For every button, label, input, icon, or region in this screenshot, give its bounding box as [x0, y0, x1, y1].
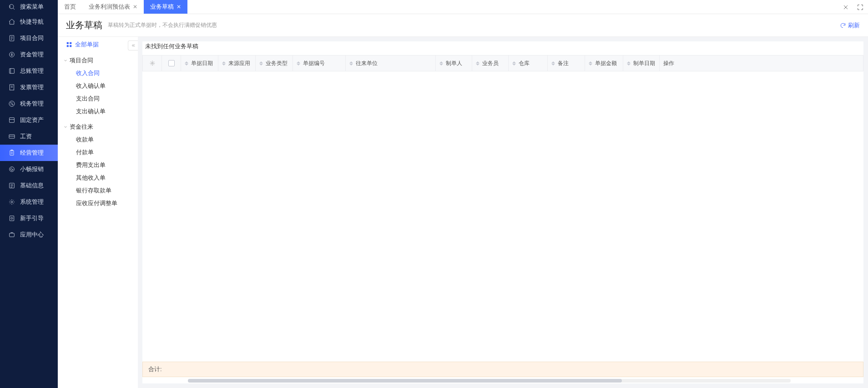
col-date[interactable]: 单据日期	[181, 55, 218, 71]
tree-group-1[interactable]: 资金往来	[63, 121, 138, 133]
col-label: 仓库	[519, 60, 530, 67]
gear-icon	[8, 198, 15, 206]
col-label: 业务类型	[266, 60, 288, 67]
file-icon	[8, 35, 15, 42]
tab-draft[interactable]: 业务草稿✕	[144, 0, 187, 14]
svg-rect-2	[10, 69, 15, 74]
col-check[interactable]	[161, 55, 181, 71]
tab-label: 首页	[64, 3, 76, 11]
sort-icon	[589, 60, 592, 67]
sidebar-item-salary[interactable]: 工资	[0, 128, 58, 145]
tree-leaf-0-3[interactable]: 支出确认单	[63, 105, 138, 118]
col-salesman[interactable]: 业务员	[472, 55, 508, 71]
box-icon	[8, 116, 15, 124]
tab-close-icon[interactable]: ✕	[133, 4, 137, 10]
sidebar-item-project-contract[interactable]: 项目合同	[0, 30, 58, 46]
tab-label: 业务利润预估表	[89, 3, 130, 11]
tree-leaf-0-1[interactable]: 收入确认单	[63, 80, 138, 92]
refresh-button[interactable]: 刷新	[840, 21, 860, 30]
col-label: 往来单位	[356, 60, 378, 67]
tree-leaf-1-5[interactable]: 应收应付调整单	[63, 197, 138, 210]
tree-group-0[interactable]: 项目合同	[63, 54, 138, 67]
col-maker[interactable]: 制单人	[435, 55, 472, 71]
col-docNo[interactable]: 单据编号	[293, 55, 345, 71]
sidebar-item-ops-mgmt[interactable]: 经营管理	[0, 145, 58, 161]
sidebar-item-quick-nav[interactable]: 快捷导航	[0, 14, 58, 30]
sidebar-item-label: 小畅报销	[20, 165, 44, 173]
sidebar-item-sys-mgmt[interactable]: 系统管理	[0, 194, 58, 210]
circleg-icon	[8, 166, 15, 173]
col-amount[interactable]: 单据金额	[585, 55, 623, 71]
sidebar-item-label: 基础信息	[20, 181, 44, 190]
collapse-tree-button[interactable]	[128, 40, 138, 50]
col-makeDate[interactable]: 制单日期	[623, 55, 659, 71]
coin-icon	[8, 51, 15, 58]
tab-close-icon[interactable]: ✕	[177, 4, 181, 10]
col-warehouse[interactable]: 仓库	[508, 55, 547, 71]
sidebar-item-label: 工资	[20, 132, 32, 141]
tab-home[interactable]: 首页	[58, 0, 82, 14]
svg-rect-20	[70, 45, 71, 47]
svg-point-21	[151, 62, 153, 64]
tree-leaf-1-1[interactable]: 付款单	[63, 146, 138, 159]
tree-leaf-1-3[interactable]: 其他收入单	[63, 171, 138, 184]
sidebar-item-fixed-asset[interactable]: 固定资产	[0, 112, 58, 128]
clipboard-icon	[8, 149, 15, 156]
sort-icon	[439, 60, 443, 67]
sidebar-item-label: 经营管理	[20, 149, 44, 157]
tree-leaf-1-0[interactable]: 收款单	[63, 133, 138, 146]
svg-rect-14	[10, 216, 14, 221]
fullscreen-button[interactable]	[856, 3, 864, 11]
horizontal-scrollbar[interactable]	[188, 379, 791, 383]
tree-all-documents[interactable]: 全部单据	[58, 40, 138, 51]
sidebar-item-label: 资金管理	[20, 50, 44, 59]
select-all-checkbox[interactable]	[168, 60, 175, 66]
col-partner[interactable]: 往来单位	[345, 55, 435, 71]
col-gear[interactable]	[142, 55, 161, 71]
empty-message: 未找到任何业务草稿	[142, 41, 863, 55]
sidebar-item-app-center[interactable]: 应用中心	[0, 227, 58, 243]
page-header: 业务草稿 草稿转为正式单据时，不会执行满赠促销优惠 刷新	[58, 14, 868, 37]
fullscreen-icon	[857, 4, 864, 11]
close-all-tabs-button[interactable]	[842, 3, 850, 11]
tree-group-label: 项目合同	[70, 56, 93, 65]
sidebar-item-search-menu[interactable]: 搜索菜单	[0, 0, 58, 14]
tree-leaf-1-4[interactable]: 银行存取款单	[63, 184, 138, 197]
book-icon	[8, 67, 15, 75]
card-icon	[8, 133, 15, 140]
col-bizType[interactable]: 业务类型	[255, 55, 293, 71]
sidebar-item-basic-info[interactable]: 基础信息	[0, 177, 58, 194]
gear-icon	[149, 60, 156, 66]
receipt-icon	[8, 84, 15, 91]
sort-icon	[476, 60, 479, 67]
sidebar-item-tax[interactable]: 税务管理	[0, 96, 58, 112]
tree-leaf-0-0[interactable]: 收入合同	[63, 67, 138, 80]
tree-leaf-1-2[interactable]: 费用支出单	[63, 159, 138, 171]
sidebar-item-label: 新手引导	[20, 214, 44, 222]
svg-rect-17	[67, 42, 69, 44]
sidebar-item-fund-mgmt[interactable]: 资金管理	[0, 46, 58, 63]
sidebar-item-invoice[interactable]: 发票管理	[0, 79, 58, 96]
search-icon	[8, 3, 15, 10]
sidebar-item-label: 应用中心	[20, 231, 44, 239]
refresh-icon	[840, 22, 846, 29]
summary-label: 合计:	[148, 365, 162, 373]
table-header-row: 单据日期来源应用业务类型单据编号往来单位制单人业务员仓库备注单据金额制单日期操作	[142, 55, 863, 71]
tab-bar: 首页业务利润预估表✕业务草稿✕	[58, 0, 868, 14]
category-tree-panel: 全部单据 项目合同收入合同收入确认单支出合同支出确认单资金往来收款单付款单费用支…	[58, 37, 138, 388]
svg-point-15	[11, 217, 13, 219]
col-srcApp[interactable]: 来源应用	[218, 55, 255, 71]
tab-profit-est[interactable]: 业务利润预估表✕	[82, 0, 144, 14]
sidebar-item-gl[interactable]: 总账管理	[0, 63, 58, 79]
list-icon	[8, 182, 15, 189]
col-label: 操作	[663, 60, 674, 67]
col-remark[interactable]: 备注	[547, 55, 585, 71]
col-label: 业务员	[482, 60, 499, 67]
tree-group-label: 资金往来	[70, 123, 93, 131]
tree-leaf-0-2[interactable]: 支出合同	[63, 92, 138, 105]
sidebar-item-guide[interactable]: 新手引导	[0, 210, 58, 227]
sort-icon	[512, 60, 516, 67]
sidebar-item-xiaochang[interactable]: 小畅报销	[0, 161, 58, 177]
sort-icon	[349, 60, 353, 67]
refresh-label: 刷新	[848, 21, 860, 30]
